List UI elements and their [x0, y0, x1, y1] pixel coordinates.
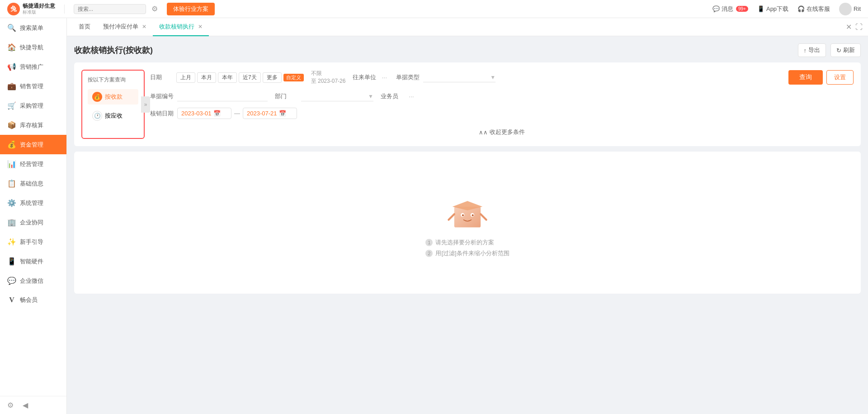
date-field: 日期 上月 本月 本年 近7天 更多 自定义 — [150, 70, 345, 85]
online-service-button[interactable]: 🎧 在线客服 — [797, 5, 830, 13]
filter-main: 按以下方案查询 💰 按收款 🕐 按应收 » — [81, 70, 854, 139]
svg-point-5 — [472, 214, 474, 216]
filter-row-3: 核销日期 2023-03-01 📅 — 2023-07-21 — [150, 108, 854, 119]
tab-home[interactable]: 首页 — [72, 18, 97, 36]
filter-by-receipt[interactable]: 💰 按收款 — [88, 89, 138, 105]
tab-bar-actions: ✕ ⛶ — [846, 23, 863, 31]
verify-date-start[interactable]: 2023-03-01 📅 — [177, 108, 231, 119]
message-button[interactable]: 💬 消息 99+ — [712, 5, 748, 13]
tab-bar: 首页 预付冲应付单 ✕ 收款核销执行 ✕ ✕ ⛶ — [67, 18, 868, 36]
inventory-icon: 📦 — [7, 121, 16, 129]
receipt-icon: 💰 — [92, 92, 102, 102]
tab-prepay[interactable]: 预付冲应付单 ✕ — [97, 18, 153, 36]
calendar-start-icon: 📅 — [213, 110, 221, 117]
industry-plan-button[interactable]: 体验行业方案 — [167, 3, 215, 15]
finance-icon: 💰 — [7, 140, 16, 149]
sidebar-item-hardware[interactable]: 📱 智能硬件 — [0, 252, 66, 271]
sidebar-item-inventory[interactable]: 📦 库存核算 — [0, 115, 66, 135]
page-title: 收款核销执行(按收款) — [74, 45, 153, 56]
sales-icon: 💼 — [7, 82, 16, 90]
basic-icon: 📋 — [7, 179, 16, 188]
purchase-icon: 🛒 — [7, 101, 16, 110]
salesperson-input[interactable]: ··· — [407, 93, 416, 100]
message-icon: 💬 — [712, 5, 720, 12]
verify-date-end[interactable]: 2023-07-21 📅 — [243, 108, 297, 119]
date-more[interactable]: 更多 — [263, 72, 282, 83]
sidebar: 🔍 搜索菜单 🏠 快捷导航 📢 营销推广 💼 销售管理 🛒 采购管理 📦 库存核… — [0, 18, 67, 414]
collapse-sidebar-icon[interactable]: ◀ — [23, 401, 28, 409]
date-last-month[interactable]: 上月 — [176, 72, 195, 83]
filter-left-panel: 按以下方案查询 💰 按收款 🕐 按应收 » — [81, 70, 145, 139]
page-header: 收款核销执行(按收款) ↑ 导出 ↻ 刷新 — [74, 43, 861, 57]
sidebar-item-system[interactable]: ⚙️ 系统管理 — [0, 193, 66, 213]
gear-icon[interactable]: ⚙ — [151, 5, 158, 13]
filter-right-area: 日期 上月 本月 本年 近7天 更多 自定义 — [150, 70, 854, 139]
date-this-month[interactable]: 本月 — [197, 72, 216, 83]
bill-no-input[interactable] — [177, 91, 268, 101]
bill-type-select-wrap: ▼ — [423, 72, 495, 82]
query-button[interactable]: 查询 — [788, 70, 823, 85]
date-7days[interactable]: 近7天 — [239, 72, 261, 83]
operations-icon: 📊 — [7, 160, 16, 168]
empty-tips: 1 请先选择要分析的方案 2 用[过滤]条件来缩小分析范围 — [425, 238, 509, 257]
filter-row-1: 日期 上月 本月 本年 近7天 更多 自定义 — [150, 70, 854, 85]
sidebar-item-sales[interactable]: 💼 销售管理 — [0, 76, 66, 96]
dept-chevron-icon: ▼ — [368, 93, 373, 100]
sidebar-item-wecom[interactable]: 💬 企业微信 — [0, 271, 66, 290]
maximize-tab-button[interactable]: ⛶ — [855, 23, 863, 31]
salesperson-label: 业务员 — [381, 92, 403, 100]
system-icon: ⚙️ — [7, 199, 16, 207]
sidebar-item-search[interactable]: 🔍 搜索菜单 — [0, 18, 66, 38]
tab-verify-close[interactable]: ✕ — [198, 24, 203, 30]
marketing-icon: 📢 — [7, 62, 16, 71]
verify-date-label: 核销日期 — [150, 109, 174, 118]
export-button[interactable]: ↑ 导出 — [798, 43, 826, 57]
sidebar-item-quicknav[interactable]: 🏠 快捷导航 — [0, 38, 66, 57]
close-tab-button[interactable]: ✕ — [846, 23, 852, 31]
sidebar-item-marketing[interactable]: 📢 营销推广 — [0, 57, 66, 76]
date-label: 日期 — [150, 73, 173, 81]
app-download-button[interactable]: 📱 App下载 — [757, 5, 788, 13]
sidebar-item-operations[interactable]: 📊 经营管理 — [0, 154, 66, 174]
dept-select[interactable] — [301, 91, 368, 101]
user-profile[interactable]: Rit — [839, 3, 861, 15]
chevron-down-icon: ▼ — [490, 74, 495, 81]
collapse-left-panel-button[interactable]: » — [141, 96, 150, 113]
date-no-limit: 不限 — [311, 70, 346, 77]
top-search-input[interactable] — [74, 4, 146, 14]
date-this-year[interactable]: 本年 — [218, 72, 237, 83]
counterparty-input[interactable]: ··· — [380, 74, 389, 81]
collapse-icon: ∧∧ — [479, 129, 488, 136]
svg-line-6 — [448, 214, 454, 220]
tab-prepay-close[interactable]: ✕ — [142, 24, 146, 30]
svg-point-4 — [462, 214, 464, 216]
dept-select-wrap: ▼ — [301, 91, 373, 101]
main-layout: 🔍 搜索菜单 🏠 快捷导航 📢 营销推广 💼 销售管理 🛒 采购管理 📦 库存核… — [0, 18, 868, 414]
sidebar-item-member[interactable]: V 畅会员 — [0, 290, 66, 309]
app-sub: 标准版 — [23, 10, 55, 15]
svg-line-7 — [481, 214, 486, 220]
sidebar-item-finance[interactable]: 💰 资金管理 — [0, 135, 66, 154]
sidebar-item-guide[interactable]: ✨ 新手引导 — [0, 232, 66, 252]
dept-label: 部门 — [275, 92, 297, 100]
hardware-icon: 📱 — [7, 257, 16, 266]
filter-panel-title: 按以下方案查询 — [88, 76, 138, 84]
headset-icon: 🎧 — [797, 5, 805, 12]
top-right-actions: 💬 消息 99+ 📱 App下载 🎧 在线客服 Rit — [712, 3, 861, 15]
filter-settings-button[interactable]: 设置 — [826, 70, 854, 85]
sidebar-item-purchase[interactable]: 🛒 采购管理 — [0, 96, 66, 115]
avatar — [839, 3, 852, 15]
bill-type-field: 单据类型 ▼ — [396, 72, 495, 82]
results-area: 1 请先选择要分析的方案 2 用[过滤]条件来缩小分析范围 — [74, 152, 861, 294]
bill-type-select[interactable] — [423, 72, 490, 82]
tab-verify[interactable]: 收款核销执行 ✕ — [153, 18, 209, 36]
message-badge: 99+ — [736, 6, 748, 12]
sidebar-item-collab[interactable]: 🏢 企业协同 — [0, 213, 66, 232]
counterparty-label: 往来单位 — [353, 73, 376, 81]
refresh-button[interactable]: ↻ 刷新 — [830, 43, 861, 57]
sidebar-item-basic[interactable]: 📋 基础信息 — [0, 174, 66, 193]
settings-icon[interactable]: ⚙ — [7, 401, 14, 409]
filter-row-2: 单据编号 部门 ▼ — [150, 91, 854, 101]
filter-by-receivable[interactable]: 🕐 按应收 — [88, 108, 138, 124]
collapse-more-button[interactable]: ∧∧ 收起更多条件 — [150, 125, 854, 139]
